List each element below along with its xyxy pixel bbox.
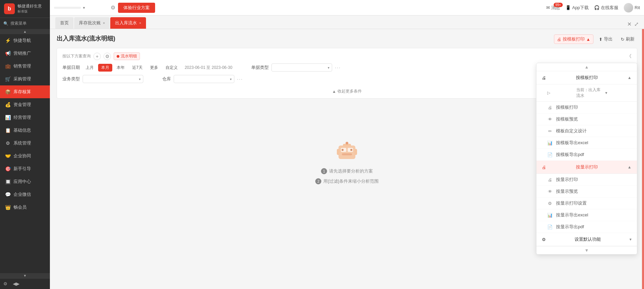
warehouse-label: 仓库 bbox=[162, 76, 171, 82]
nav-icon-app-center: 🔲 bbox=[5, 179, 11, 184]
close-tab-btn[interactable]: ✕ bbox=[627, 21, 632, 27]
sidebar-scroll-up[interactable]: ▲ bbox=[0, 29, 50, 34]
sidebar-item-enterprise[interactable]: 🤝 企业协同 bbox=[0, 150, 50, 162]
header-gear-icon[interactable]: ⚙ bbox=[111, 4, 115, 11]
business-type-field: 业务类型 bbox=[62, 75, 143, 83]
dropdown-scroll-down[interactable]: ▼ bbox=[536, 246, 637, 254]
doc-type-more-btn[interactable]: ··· bbox=[335, 65, 341, 70]
sidebar-settings-icon[interactable]: ⚙ bbox=[3, 281, 7, 286]
display-print-settings-label: 按显示打印设置 bbox=[556, 200, 587, 206]
svg-point-7 bbox=[346, 142, 348, 144]
expand-btn[interactable]: ⤢ bbox=[634, 21, 639, 27]
nav-label-enterprise: 企业协同 bbox=[13, 153, 31, 159]
printer-icon: 🖨 bbox=[542, 75, 546, 80]
filter-add-btn[interactable]: + bbox=[93, 53, 101, 60]
display-print-icon: 🖨 bbox=[542, 165, 546, 170]
sidebar-item-sales[interactable]: 💼 销售管理 bbox=[0, 60, 50, 73]
export-btn[interactable]: ⬆ 导出 bbox=[596, 35, 615, 44]
app-download-btn[interactable]: 📱 App下载 bbox=[565, 5, 589, 11]
sidebar-scroll-down[interactable]: ▼ bbox=[0, 273, 50, 278]
date-pill-本月[interactable]: 本月 bbox=[98, 64, 112, 72]
template-preview-item[interactable]: 👁 按模板预览 bbox=[536, 113, 637, 125]
display-print-section[interactable]: 🖨 按显示打印 ▲ bbox=[536, 161, 637, 174]
refresh-btn[interactable]: ↻ 刷新 bbox=[618, 35, 637, 44]
nav-icon-guide: 🎯 bbox=[5, 166, 11, 172]
display-preview-item[interactable]: 👁 按显示预览 bbox=[536, 186, 637, 198]
tab-出入库流水[interactable]: 出入库流水× bbox=[110, 17, 146, 29]
sidebar-item-guide[interactable]: 🎯 新手引导 bbox=[0, 162, 50, 175]
svg-rect-4 bbox=[337, 149, 340, 155]
sidebar-item-operation[interactable]: 📊 经营管理 bbox=[0, 111, 50, 124]
warehouse-select[interactable] bbox=[174, 75, 234, 83]
sidebar-item-basic[interactable]: 📋 基础信息 bbox=[0, 124, 50, 137]
svg-rect-0 bbox=[339, 146, 355, 159]
filter-collapse-right-btn[interactable]: 《 bbox=[627, 53, 632, 59]
date-pill-本年[interactable]: 本年 bbox=[114, 64, 128, 72]
dropdown-panel: ▲ 🖨 按模板打印 ▲ ▷ 当前：出入库流水 ▾ 🖨 按模板打印 👁 按模板预览 bbox=[536, 63, 637, 255]
sidebar-item-system[interactable]: ⚙ 系统管理 bbox=[0, 137, 50, 150]
user-dropdown-btn[interactable]: ▾ bbox=[83, 5, 85, 10]
sidebar-item-enterprise-wechat[interactable]: 💬 企业微信 bbox=[0, 188, 50, 201]
refresh-label: 刷新 bbox=[626, 36, 635, 42]
filter-tag-dot bbox=[117, 55, 119, 58]
template-print-item[interactable]: 🖨 按模板打印 bbox=[536, 102, 637, 113]
date-pill-自定义[interactable]: 自定义 bbox=[163, 64, 181, 72]
sidebar-item-purchase[interactable]: 🛒 采购管理 bbox=[0, 73, 50, 85]
set-default-section[interactable]: ⚙ 设置默认功能 ▾ bbox=[536, 233, 637, 246]
sidebar-item-marketing[interactable]: 📢 营销推广 bbox=[0, 47, 50, 60]
sidebar-item-members[interactable]: 👑 畅会员 bbox=[0, 201, 50, 214]
sidebar-item-finance[interactable]: 💰 资金管理 bbox=[0, 98, 50, 111]
online-service-btn[interactable]: 🎧 在线客服 bbox=[594, 5, 618, 11]
tab-首页[interactable]: 首页 bbox=[55, 17, 74, 29]
refresh-icon: ↻ bbox=[621, 37, 624, 42]
date-pill-上月[interactable]: 上月 bbox=[83, 64, 97, 72]
nav-label-quick-nav: 快捷导航 bbox=[13, 37, 31, 44]
business-type-select[interactable] bbox=[83, 75, 143, 83]
preview-icon: 👁 bbox=[547, 116, 553, 122]
filter-label: 按以下方案查询 bbox=[62, 53, 91, 59]
doc-type-select[interactable] bbox=[271, 63, 332, 72]
date-pill-近7天[interactable]: 近7天 bbox=[129, 64, 146, 72]
user-name[interactable] bbox=[54, 7, 81, 9]
sidebar-collapse-icon[interactable]: ◀▶ bbox=[13, 281, 20, 286]
message-icon: ✉ bbox=[546, 5, 550, 10]
nav-label-marketing: 营销推广 bbox=[13, 50, 31, 56]
nav-icon-enterprise-wechat: 💬 bbox=[5, 192, 11, 197]
search-menu[interactable]: 🔍 搜索菜单 bbox=[0, 18, 50, 29]
svg-point-8 bbox=[342, 149, 344, 151]
warehouse-more-btn[interactable]: ··· bbox=[237, 76, 243, 82]
message-btn[interactable]: ✉ 消息 99+ bbox=[546, 5, 560, 11]
sidebar-item-inventory[interactable]: 📦 库存核算 bbox=[0, 85, 50, 98]
display-print-item[interactable]: 🖨 按显示打印 bbox=[536, 174, 637, 186]
avatar[interactable]: Rit bbox=[624, 3, 640, 12]
date-pill-更多[interactable]: 更多 bbox=[147, 64, 161, 72]
template-custom-item[interactable]: ✏ 模板自定义设计 bbox=[536, 125, 637, 137]
template-print-btn[interactable]: 🖨 按模板打印 ▲ bbox=[554, 34, 593, 44]
nav-icon-sales: 💼 bbox=[5, 63, 11, 69]
filter-tag[interactable]: 流水明细 bbox=[114, 52, 140, 60]
template-export-excel-item[interactable]: 📊 按模板导出excel bbox=[536, 137, 637, 149]
display-export-excel-item[interactable]: 📊 按显示导出excel bbox=[536, 209, 637, 221]
sidebar-item-app-center[interactable]: 🔲 应用中心 bbox=[0, 175, 50, 188]
display-print-settings-item[interactable]: ⚙ 按显示打印设置 bbox=[536, 198, 637, 209]
dropdown-scroll-up[interactable]: ▲ bbox=[536, 63, 637, 71]
avatar-image bbox=[624, 3, 633, 12]
nav-icon-inventory: 📦 bbox=[5, 89, 11, 95]
nav-label-basic: 基础信息 bbox=[13, 127, 31, 133]
template-export-pdf-item[interactable]: 📄 按模板导出pdf bbox=[536, 149, 637, 161]
tab-close-btn[interactable]: × bbox=[139, 21, 141, 25]
tab-label: 库存批次账 bbox=[79, 20, 101, 26]
display-export-pdf-item[interactable]: 📄 按显示导出pdf bbox=[536, 221, 637, 233]
sidebar-item-quick-nav[interactable]: ⚡ 快捷导航 bbox=[0, 34, 50, 47]
warehouse-field: 仓库 ··· bbox=[162, 75, 243, 83]
trial-btn[interactable]: 体验行业方案 bbox=[118, 3, 155, 13]
template-print-section[interactable]: 🖨 按模板打印 ▲ bbox=[536, 71, 637, 84]
filter-tag-label: 流水明细 bbox=[121, 53, 137, 59]
nav-label-system: 系统管理 bbox=[13, 140, 31, 146]
tab-库存批次账[interactable]: 库存批次账× bbox=[74, 17, 110, 29]
filter-setting-btn[interactable]: ⚙ bbox=[104, 53, 111, 60]
resize-handle[interactable] bbox=[642, 29, 644, 289]
pdf-icon: 📄 bbox=[547, 152, 553, 157]
warehouse-select-wrapper bbox=[174, 75, 234, 83]
tab-close-btn[interactable]: × bbox=[103, 21, 105, 25]
